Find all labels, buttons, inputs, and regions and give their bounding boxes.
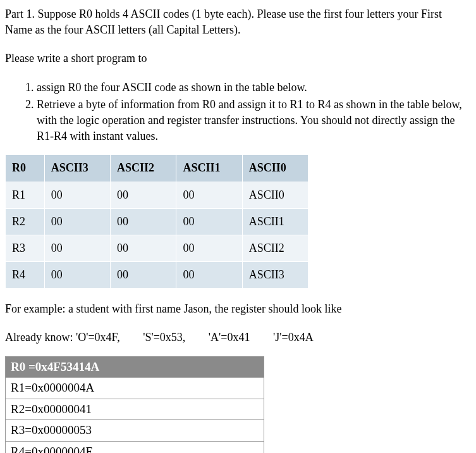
reg-th-0: R0 bbox=[6, 155, 45, 182]
cell: R2 bbox=[6, 208, 45, 235]
result-cell: R1=0x0000004A bbox=[6, 378, 264, 399]
cell: 00 bbox=[111, 262, 176, 289]
cell: 00 bbox=[111, 182, 176, 208]
result-cell: R4=0x0000004F bbox=[6, 442, 264, 454]
reg-th-1: ASCII3 bbox=[44, 155, 110, 182]
cell: 00 bbox=[44, 182, 110, 208]
cell: 00 bbox=[176, 262, 242, 289]
cell: 00 bbox=[111, 235, 176, 261]
reg-th-3: ASCII1 bbox=[176, 155, 242, 182]
reg-th-2: ASCII2 bbox=[111, 155, 176, 182]
result-row-r2: R2=0x00000041 bbox=[6, 399, 264, 420]
instruction-list: assign R0 the four ASCII code as shown i… bbox=[5, 80, 471, 145]
cell: 00 bbox=[44, 235, 110, 261]
cell: 00 bbox=[44, 262, 110, 289]
result-cell: R2=0x00000041 bbox=[6, 399, 264, 420]
intro-paragraph-2: Please write a short program to bbox=[5, 51, 471, 66]
cell: ASCII0 bbox=[242, 182, 308, 208]
register-table: R0 ASCII3 ASCII2 ASCII1 ASCII0 R1 00 00 … bbox=[5, 154, 308, 289]
result-row-r3: R3=0x00000053 bbox=[6, 420, 264, 442]
cell: 00 bbox=[176, 235, 242, 261]
instruction-item-2: Retrieve a byte of information from R0 a… bbox=[37, 97, 471, 145]
cell: 00 bbox=[176, 208, 242, 235]
ascii-code-j: 'J'=0x4A bbox=[273, 330, 314, 345]
cell: ASCII1 bbox=[242, 208, 308, 235]
ascii-code-o: 'O'=0x4F, bbox=[76, 330, 120, 345]
cell: ASCII3 bbox=[242, 262, 308, 289]
result-row-r1: R1=0x0000004A bbox=[6, 378, 264, 399]
result-cell: R3=0x00000053 bbox=[6, 420, 264, 442]
instruction-item-1: assign R0 the four ASCII code as shown i… bbox=[37, 80, 471, 96]
ascii-code-a: 'A'=0x41 bbox=[209, 330, 250, 345]
cell: ASCII2 bbox=[242, 235, 308, 261]
result-cell: R0 =0x4F53414A bbox=[6, 356, 264, 378]
result-row-r4: R4=0x0000004F bbox=[6, 442, 264, 454]
cell: R4 bbox=[6, 262, 45, 289]
ascii-code-s: 'S'=0x53, bbox=[143, 330, 185, 345]
example-intro: For example: a student with first name J… bbox=[5, 301, 471, 317]
result-row-r0: R0 =0x4F53414A bbox=[6, 356, 264, 378]
table-row: R3 00 00 00 ASCII2 bbox=[6, 235, 308, 261]
reg-th-4: ASCII0 bbox=[242, 155, 308, 182]
cell: 00 bbox=[111, 208, 176, 235]
cell: 00 bbox=[176, 182, 242, 208]
result-table: R0 =0x4F53414A R1=0x0000004A R2=0x000000… bbox=[5, 356, 264, 453]
register-table-header: R0 ASCII3 ASCII2 ASCII1 ASCII0 bbox=[6, 155, 308, 182]
table-row: R4 00 00 00 ASCII3 bbox=[6, 262, 308, 289]
cell: R3 bbox=[6, 235, 45, 261]
ascii-known-line: Already know: 'O'=0x4F, 'S'=0x53, 'A'=0x… bbox=[5, 330, 471, 345]
cell: 00 bbox=[44, 208, 110, 235]
cell: R1 bbox=[6, 182, 45, 208]
known-prefix: Already know: bbox=[5, 331, 76, 344]
intro-paragraph-1: Part 1. Suppose R0 holds 4 ASCII codes (… bbox=[5, 6, 471, 38]
table-row: R2 00 00 00 ASCII1 bbox=[6, 208, 308, 235]
table-row: R1 00 00 00 ASCII0 bbox=[6, 182, 308, 208]
